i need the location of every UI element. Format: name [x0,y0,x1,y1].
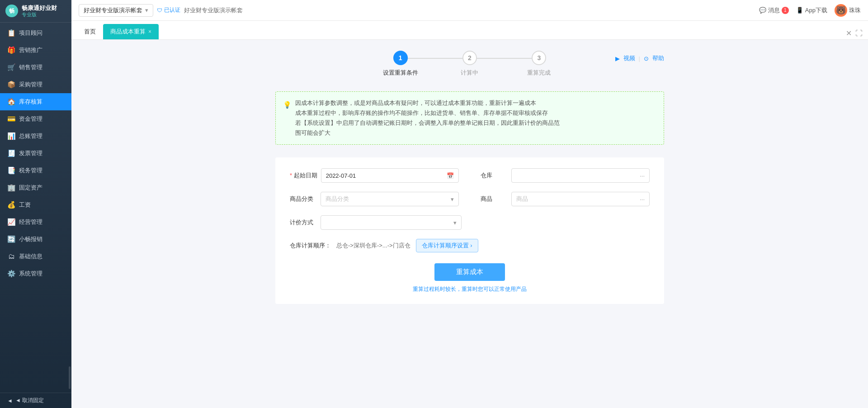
start-date-label: 起始日期 [290,171,317,180]
nav-icon-invoice: 🧾 [7,149,15,157]
video-label[interactable]: 视频 [623,54,635,62]
help-icon: ⊙ [644,55,649,62]
sidebar-item-invoice[interactable]: 🧾 发票管理 [0,145,71,162]
sidebar-item-finance[interactable]: 💳 资金管理 [0,110,71,128]
form-row-1: 起始日期 2022-07-01 📅 仓库 ··· [290,168,650,183]
sidebar-item-sales[interactable]: 🛒 销售管理 [0,59,71,76]
step-3-circle: 3 [532,51,546,65]
logo-main-text: 畅康通好业财 [22,5,57,12]
pricing-field: 计价方式 ▾ [290,215,462,230]
unpin-label: ◄ 取消固定 [15,397,44,404]
info-line-3: 若【系统设置】中启用了自动调整记账日期时，会调整入库单的整单记账日期，因此重新计… [295,118,560,128]
nav-icon-marketing: 🎁 [7,46,15,54]
unpin-button[interactable]: ◄ ◄ 取消固定 [0,393,71,408]
warehouse-input[interactable]: ··· [511,168,650,183]
sidebar-item-purchase[interactable]: 📦 采购管理 [0,76,71,93]
sidebar-item-expense[interactable]: 🔄 小畅报销 [0,231,71,248]
nav-icon-assets: 🏢 [7,184,15,192]
submit-area: 重算成本 重算过程耗时较长，重算时您可以正常使用产品 [290,263,650,293]
sidebar-item-operations[interactable]: 📈 经营管理 [0,213,71,231]
top-bar-left: 好业财专业版演示帐套 ▾ 🛡 已认证 好业财专业版演示帐套 [79,4,754,17]
warehouse-order-value: 总仓->深圳仓库->...->门店仓 [336,242,410,250]
top-bar-right: 💬 消息 1 📱 App下载 🐻 珠珠 [759,4,861,17]
chevron-down-icon: ▾ [145,7,148,14]
logo-sub-text: 专业版 [22,12,57,18]
warehouse-order-btn-label: 仓库计算顺序设置 › [422,242,472,250]
sidebar-nav: 📋 项目顾问🎁 营销推广🛒 销售管理📦 采购管理🏠 库存核算💳 资金管理📊 总账… [0,23,71,366]
scroll-indicator [69,366,71,389]
form-area: 起始日期 2022-07-01 📅 仓库 ··· [275,157,664,304]
sidebar-item-accounting[interactable]: 📊 总账管理 [0,128,71,145]
warehouse-label: 仓库 [481,171,508,180]
nav-icon-purchase: 📦 [7,81,15,89]
nav-label-basic: 基础信息 [19,252,42,261]
step-2-label: 计算中 [461,69,478,77]
maximize-button[interactable]: ⛶ [855,29,863,38]
pricing-row: 计价方式 ▾ [290,215,650,230]
sidebar-item-inventory[interactable]: 🏠 库存核算 [0,93,71,110]
nav-label-assets: 固定资产 [19,184,42,192]
start-date-input[interactable]: 2022-07-01 📅 [321,168,459,183]
nav-icon-basic: 🗂 [7,252,15,261]
phone-icon: 📱 [796,7,803,14]
message-icon: 💬 [759,7,766,14]
step-1-num: 1 [399,54,402,62]
sidebar-item-assets[interactable]: 🏢 固定资产 [0,179,71,196]
message-badge: 1 [782,7,789,14]
nav-icon-expense: 🔄 [7,235,15,243]
step-1-label: 设置重算条件 [383,69,418,77]
help-label[interactable]: 帮助 [652,54,664,62]
bulb-icon: 💡 [283,99,292,138]
verified-account-text: 好业财专业版演示帐套 [184,6,243,14]
sidebar-logo: 畅 畅康通好业财 专业版 [0,0,71,23]
close-window-button[interactable]: ✕ [846,29,852,38]
product-dots-icon[interactable]: ··· [640,196,645,203]
nav-icon-system: ⚙️ [7,270,15,278]
account-selector[interactable]: 好业财专业版演示帐套 ▾ [79,4,153,17]
tab-actions: ✕ ⛶ [846,29,863,39]
sidebar-item-basic[interactable]: 🗂 基础信息 [0,248,71,265]
category-select[interactable]: 商品分类 ▾ [321,192,459,206]
sidebar-item-marketing[interactable]: 🎁 营销推广 [0,42,71,59]
recalculate-label: 重算成本 [456,268,483,275]
step-2-num: 2 [468,54,472,62]
warehouse-order-settings-button[interactable]: 仓库计算顺序设置 › [416,239,478,252]
sidebar-item-project[interactable]: 📋 项目顾问 [0,24,71,42]
app-download-button[interactable]: 📱 App下载 [796,6,827,14]
nav-label-operations: 经营管理 [19,218,42,226]
calendar-icon[interactable]: 📅 [447,172,454,179]
tab-home[interactable]: 首页 [77,24,103,39]
verified-label: 已认证 [164,6,180,14]
sidebar-item-system[interactable]: ⚙️ 系统管理 [0,265,71,282]
product-input[interactable]: 商品 ··· [511,192,650,206]
nav-label-accounting: 总账管理 [19,132,42,140]
user-name: 珠珠 [849,6,861,14]
nav-label-tax: 税务管理 [19,166,42,175]
logo-text: 畅康通好业财 专业版 [22,5,57,18]
nav-icon-tax: 📑 [7,166,15,175]
recalculate-button[interactable]: 重算成本 [434,263,505,281]
pricing-select[interactable]: ▾ [321,215,462,230]
chevron-down-icon-category: ▾ [451,196,454,203]
warehouse-field: 仓库 ··· [481,168,650,183]
verified-badge: 🛡 已认证 [157,6,180,14]
warehouse-dots-icon[interactable]: ··· [640,172,645,179]
tab-close-icon[interactable]: × [148,28,151,35]
nav-label-sales: 销售管理 [19,63,42,71]
nav-label-finance: 资金管理 [19,115,42,123]
warehouse-order-label: 仓库计算顺序： [290,242,331,250]
info-line-2: 成本重算过程中，影响库存账的操作均不能操作，比如进货单、销售单、库存单据不能审核… [295,108,560,118]
step-3-label: 重算完成 [527,69,551,77]
nav-label-purchase: 采购管理 [19,81,42,89]
product-placeholder: 商品 [516,195,528,203]
sidebar-item-tax[interactable]: 📑 税务管理 [0,162,71,179]
sidebar-item-payroll[interactable]: 💰 工资 [0,196,71,213]
tab-cost-recalc[interactable]: 商品成本重算 × [103,24,159,39]
main-area: 好业财专业版演示帐套 ▾ 🛡 已认证 好业财专业版演示帐套 💬 消息 1 📱 A… [71,0,868,408]
user-avatar-area[interactable]: 🐻 珠珠 [835,4,861,17]
tab-cost-recalc-label: 商品成本重算 [110,28,146,36]
account-name: 好业财专业版演示帐套 [84,6,142,14]
nav-label-expense: 小畅报销 [19,235,42,243]
step-2: 2 计算中 [435,51,504,77]
message-button[interactable]: 💬 消息 1 [759,6,789,14]
